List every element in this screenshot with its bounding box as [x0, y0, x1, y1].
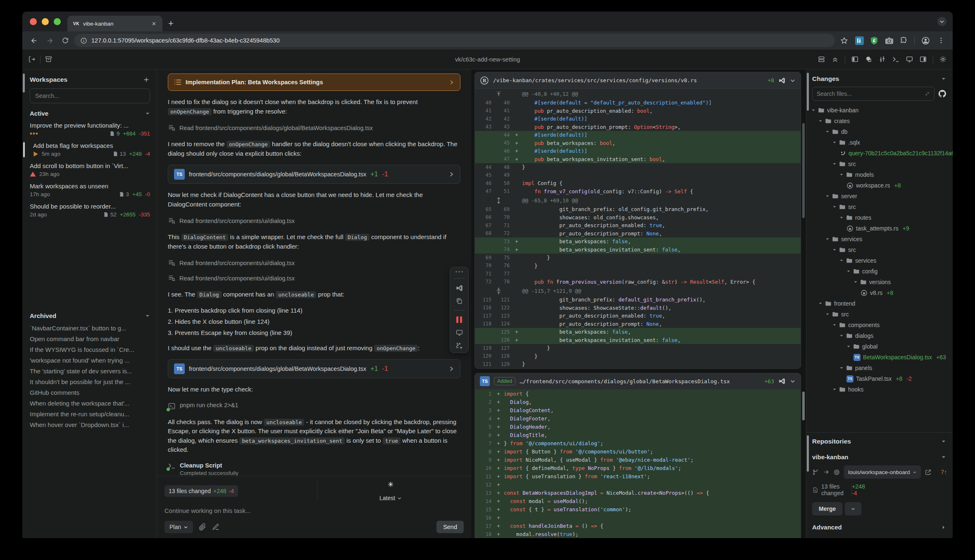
workspace-item[interactable]: Improve the preview functionality: ...9+…: [22, 119, 157, 140]
diff-scrollbar-thumb[interactable]: [802, 392, 805, 420]
git-branch-icon[interactable]: [455, 342, 463, 349]
file-search[interactable]: [812, 87, 934, 101]
tab-search-icon[interactable]: [937, 17, 947, 26]
tree-folder[interactable]: global: [806, 341, 953, 352]
profile-avatar-icon[interactable]: [919, 34, 932, 47]
workspace-item[interactable]: Add scroll to bottom button in `Virt...2…: [22, 160, 157, 180]
collapse-diff-icon[interactable]: [790, 378, 796, 384]
add-workspace-button[interactable]: [143, 76, 150, 83]
terminal-row[interactable]: pnpm run check 2>&1: [168, 402, 460, 410]
archived-item[interactable]: Implement the re-run setup/cleanu...: [30, 408, 150, 419]
workspace-item[interactable]: Mark workspaces as unseen17h ago3+45-0: [22, 180, 157, 200]
sidebar-scrollbar-thumb[interactable]: [23, 74, 25, 93]
archived-section-header[interactable]: Archived: [22, 311, 157, 322]
workspace-item[interactable]: Should be possible to reorder...2d ago52…: [22, 200, 157, 221]
terminal-row[interactable]: Cleanup ScriptCompleted successfully: [168, 462, 460, 476]
expand-hunk-icon[interactable]: [475, 197, 522, 204]
archived-item[interactable]: `NavbarContainer.tsx` button to g...: [30, 323, 150, 333]
panel-left-icon[interactable]: [851, 55, 859, 63]
tree-file[interactable]: TSTaskPanel.tsx+8-2: [806, 373, 953, 384]
tree-folder[interactable]: src: [806, 159, 953, 169]
site-info-icon[interactable]: [80, 37, 87, 44]
merge-button[interactable]: Merge: [812, 502, 842, 515]
address-bar[interactable]: 127.0.0.1:57095/workspaces/c63c9fd6-dfb8…: [74, 34, 835, 47]
shapes-icon[interactable]: [865, 55, 872, 63]
advanced-section[interactable]: Advanced: [806, 517, 953, 535]
repos-scrollbar-thumb[interactable]: [807, 435, 809, 472]
tree-file[interactable]: Rtask_attempts.rs+9: [806, 223, 953, 234]
merge-options-button[interactable]: [845, 502, 861, 515]
message-input[interactable]: Continue working on this task...: [164, 507, 464, 514]
pause-icon[interactable]: [456, 316, 462, 323]
send-button[interactable]: Send: [436, 521, 464, 533]
branch-selector[interactable]: louis/workspace-onboarding: [844, 465, 921, 479]
tree-folder[interactable]: services: [806, 234, 953, 244]
attach-icon[interactable]: [199, 523, 206, 531]
archive-icon[interactable]: [45, 55, 52, 63]
diff-header[interactable]: R /vibe-kanban/crates/services/src/servi…: [475, 72, 801, 89]
browser-menu-icon[interactable]: [934, 34, 948, 47]
close-window-icon[interactable]: [30, 18, 37, 25]
read-file-row[interactable]: Read frontend/src/components/dialogs/glo…: [168, 124, 460, 131]
workspace-search[interactable]: [30, 88, 150, 103]
tree-folder[interactable]: crates: [806, 116, 953, 126]
repo-header[interactable]: vibe-kanban: [806, 449, 953, 463]
bookmark-star-icon[interactable]: [837, 34, 851, 47]
extension-d-icon[interactable]: [853, 34, 865, 47]
reload-icon[interactable]: [59, 34, 72, 47]
panel-right-icon[interactable]: [919, 55, 927, 63]
tree-folder[interactable]: panels: [806, 363, 953, 373]
active-section-header[interactable]: Active: [22, 108, 157, 119]
tree-folder[interactable]: dialogs: [806, 330, 953, 341]
tree-file[interactable]: TSBetaWorkspacesDialog.tsx+63: [806, 352, 953, 363]
spark-icon[interactable]: ✳: [388, 480, 393, 489]
external-link-icon[interactable]: [925, 469, 932, 476]
archived-item[interactable]: Open command bar from navbar: [30, 333, 150, 344]
tree-folder[interactable]: vibe-kanban: [806, 105, 953, 116]
extension-camera-icon[interactable]: [883, 34, 895, 47]
tree-folder[interactable]: hooks: [806, 384, 953, 395]
archived-item[interactable]: It shouldn't be possible for just the ..…: [30, 376, 150, 387]
diff-scrollbar-thumb[interactable]: [802, 123, 805, 218]
diff-header[interactable]: TS Added …/frontend/src/components/dialo…: [475, 373, 801, 390]
hunk-header[interactable]: @@ -115,7 +121,9 @@: [475, 286, 801, 296]
drag-handle-icon[interactable]: [455, 271, 464, 273]
read-file-row[interactable]: Read frontend/src/components/ui/dialog.t…: [168, 259, 460, 266]
archived-item[interactable]: GitHub comments: [30, 387, 150, 398]
tree-folder[interactable]: server: [806, 191, 953, 202]
open-in-vscode-icon[interactable]: [455, 284, 463, 292]
tree-folder[interactable]: frontend: [806, 298, 953, 309]
target-icon[interactable]: [833, 469, 840, 476]
collapse-diff-icon[interactable]: [790, 78, 796, 83]
copy-icon[interactable]: [455, 297, 463, 305]
read-file-row[interactable]: Read frontend/src/components/ui/dialog.t…: [168, 275, 460, 282]
changes-scrollbar-thumb[interactable]: [807, 73, 809, 111]
tree-folder[interactable]: src: [806, 309, 953, 320]
tree-folder[interactable]: .sqlx: [806, 137, 953, 148]
tree-folder[interactable]: src: [806, 244, 953, 255]
layout-rows-icon[interactable]: [818, 55, 825, 63]
tree-folder[interactable]: db: [806, 126, 953, 137]
tree-file[interactable]: query-70b21c5c0a2ba5c21c9c1132f14a68: [806, 148, 953, 159]
repositories-header[interactable]: Repositories: [806, 433, 953, 449]
tree-folder[interactable]: src: [806, 202, 953, 212]
github-icon[interactable]: [938, 89, 947, 98]
implementation-plan-banner[interactable]: Implementation Plan: Beta Workspaces Set…: [168, 74, 460, 91]
edit-pen-icon[interactable]: [212, 523, 219, 531]
tab-close-icon[interactable]: ✕: [150, 20, 158, 28]
read-file-row[interactable]: Read frontend/src/components/ui/dialog.t…: [168, 217, 460, 224]
preview-monitor-icon[interactable]: [455, 329, 463, 337]
extension-shield-icon[interactable]: £: [868, 34, 880, 47]
archived-item[interactable]: 'workspace not found' when trying ...: [30, 355, 150, 365]
tree-folder[interactable]: routes: [806, 212, 953, 223]
latest-dropdown[interactable]: Latest: [379, 495, 402, 501]
tree-folder[interactable]: versions: [806, 277, 953, 287]
forward-icon[interactable]: [43, 34, 56, 47]
tree-file[interactable]: Rv8.rs+8: [806, 287, 953, 298]
collapse-all-icon[interactable]: [831, 55, 839, 63]
tree-folder[interactable]: models: [806, 169, 953, 180]
browser-tab[interactable]: VK vibe-kanban ✕: [67, 16, 162, 31]
file-change-card[interactable]: TSfrontend/src/components/dialogs/global…: [168, 165, 460, 184]
tree-file[interactable]: Rworkspace.rs+8: [806, 180, 953, 191]
file-change-card[interactable]: TSfrontend/src/components/dialogs/global…: [168, 359, 460, 378]
